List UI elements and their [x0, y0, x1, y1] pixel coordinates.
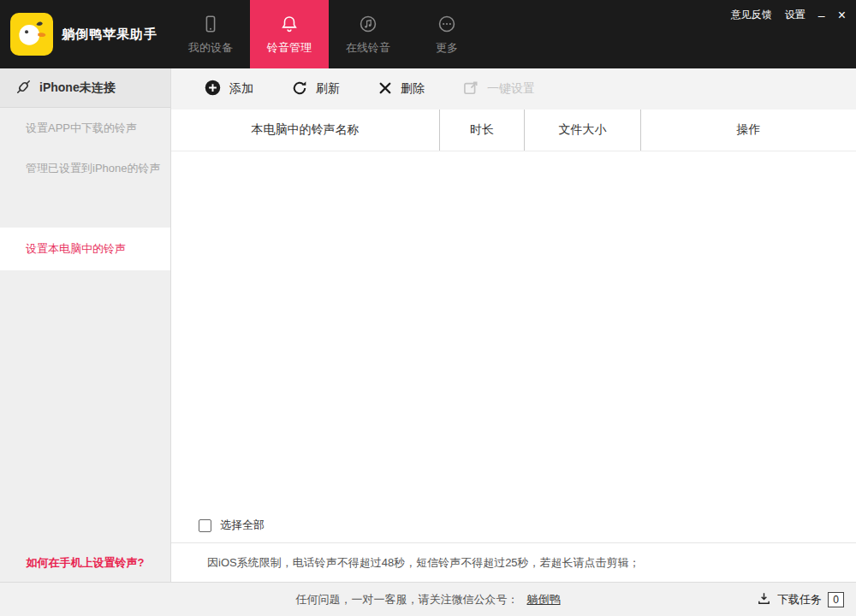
download-count-badge: 0	[828, 592, 844, 607]
device-status-label: iPhone未连接	[39, 80, 116, 96]
middle-area: iPhone未连接 设置APP中下载的铃声 管理已设置到iPhone的铃声 设置…	[0, 68, 856, 582]
column-header-file-size: 文件大小	[524, 110, 640, 151]
one-click-setup-button[interactable]: 一键设置	[462, 80, 535, 99]
how-to-set-ringtone-link[interactable]: 如何在手机上设置铃声?	[0, 555, 170, 571]
column-header-ringtone-name: 本电脑中的铃声名称	[171, 110, 439, 151]
main-content: 添加 刷新 删除 一键	[171, 68, 856, 582]
ringtone-table-body	[171, 151, 856, 508]
delete-button[interactable]: 删除	[377, 80, 425, 98]
refresh-icon	[291, 80, 308, 99]
download-tasks-button[interactable]: 下载任务 0	[757, 583, 844, 616]
main-nav: 我的设备 铃音管理 在线铃音 更多	[171, 0, 486, 68]
close-button[interactable]: ×	[838, 9, 846, 21]
add-button[interactable]: 添加	[204, 79, 253, 99]
logo-area: 躺倒鸭苹果助手	[0, 0, 171, 68]
app-title: 躺倒鸭苹果助手	[62, 27, 158, 43]
refresh-button[interactable]: 刷新	[291, 80, 340, 99]
app-logo-icon	[10, 13, 53, 56]
sidebar-item-manage-iphone-ringtones[interactable]: 管理已设置到iPhone的铃声	[0, 148, 170, 188]
one-click-setup-label: 一键设置	[487, 81, 535, 97]
add-icon	[204, 79, 222, 99]
ringtone-bell-icon	[279, 14, 300, 34]
more-ellipsis-icon	[437, 14, 457, 34]
tab-label: 我的设备	[188, 40, 233, 56]
refresh-label: 刷新	[316, 81, 340, 97]
delete-icon	[377, 80, 393, 98]
tab-label: 更多	[436, 40, 458, 56]
toolbar: 添加 刷新 删除 一键	[171, 68, 856, 110]
download-tasks-label: 下载任务	[777, 592, 822, 607]
topbar: 躺倒鸭苹果助手 我的设备 铃音管理 在线铃音	[0, 0, 856, 68]
sidebar: iPhone未连接 设置APP中下载的铃声 管理已设置到iPhone的铃声 设置…	[0, 68, 171, 582]
device-phone-icon	[200, 14, 221, 34]
settings-link[interactable]: 设置	[785, 8, 805, 22]
table-header: 本电脑中的铃声名称 时长 文件大小 操作	[171, 110, 856, 151]
minimize-button[interactable]: –	[818, 9, 825, 21]
tab-ringtone-management[interactable]: 铃音管理	[250, 0, 329, 68]
select-all-row: 选择全部	[171, 508, 856, 542]
footer: 任何问题，一对一客服，请关注微信公众号： 躺倒鸭 下载任务 0	[0, 582, 856, 616]
tab-online-ringtones[interactable]: 在线铃音	[329, 0, 407, 68]
tab-more[interactable]: 更多	[407, 0, 486, 68]
select-all-checkbox[interactable]	[199, 519, 211, 532]
music-note-icon	[358, 14, 378, 34]
ios-limit-notice: 因iOS系统限制，电话铃声不得超过48秒，短信铃声不得超过25秒，若超长请点击剪…	[171, 542, 856, 582]
tab-my-devices[interactable]: 我的设备	[171, 0, 250, 68]
one-click-setup-icon	[462, 80, 479, 99]
download-icon	[757, 591, 771, 608]
sidebar-item-local-ringtones[interactable]: 设置本电脑中的铃声	[0, 228, 170, 270]
service-text: 任何问题，一对一客服，请关注微信公众号：	[296, 592, 519, 607]
app-window: 躺倒鸭苹果助手 我的设备 铃音管理 在线铃音	[0, 0, 856, 616]
delete-label: 删除	[401, 81, 425, 97]
topbar-actions: 意见反馈 设置 – ×	[731, 8, 846, 22]
select-all-label: 选择全部	[220, 518, 265, 533]
column-header-actions: 操作	[640, 110, 856, 151]
tab-label: 铃音管理	[267, 40, 312, 56]
column-header-duration: 时长	[439, 110, 524, 151]
tab-label: 在线铃音	[346, 40, 390, 56]
sidebar-item-app-downloaded-ringtones[interactable]: 设置APP中下载的铃声	[0, 108, 170, 148]
disconnected-icon	[15, 79, 32, 98]
customer-service-info: 任何问题，一对一客服，请关注微信公众号： 躺倒鸭	[296, 592, 561, 607]
feedback-link[interactable]: 意见反馈	[731, 8, 772, 22]
add-label: 添加	[229, 81, 253, 97]
device-status: iPhone未连接	[0, 68, 170, 108]
wechat-account-link[interactable]: 躺倒鸭	[527, 592, 561, 607]
